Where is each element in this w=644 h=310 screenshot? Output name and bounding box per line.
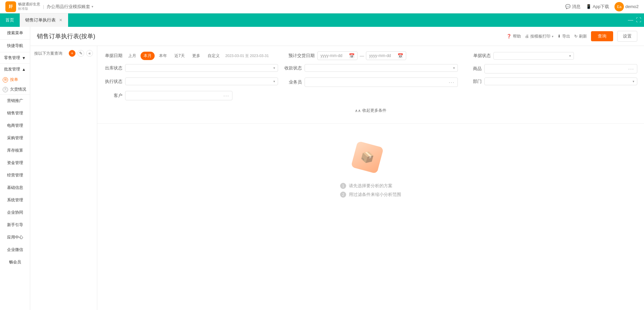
- empty-steps: 1 请先选择要分析的方案 2 用过滤条件来缩小分析范围: [340, 183, 401, 198]
- salesman-more-icon: ···: [449, 80, 455, 85]
- add-scheme-btn[interactable]: +: [69, 50, 75, 57]
- sidebar-item-marketing[interactable]: 营销推广: [0, 95, 30, 107]
- dept-field: 部门 ▾: [463, 78, 637, 85]
- sidebar-quick-nav[interactable]: 快捷导航: [0, 40, 30, 52]
- messages-btn[interactable]: 💬 消息: [565, 4, 581, 10]
- dept-select[interactable]: ▾: [484, 78, 637, 85]
- expected-date-start-input[interactable]: yyyy-mm-dd 📅: [317, 51, 358, 60]
- expected-date-end-input[interactable]: yyyy-mm-dd 📅: [366, 51, 406, 60]
- collect-status-select[interactable]: ▾: [305, 64, 458, 72]
- customer-input[interactable]: ···: [125, 91, 232, 100]
- sidebar: 搜索菜单 快捷导航 零售管理 ▼ 批发管理 ▲ 按 按单 欠 欠货情况: [0, 27, 30, 310]
- sidebar-item-basic[interactable]: 基础信息: [0, 182, 30, 194]
- minimize-icon[interactable]: —: [628, 17, 633, 23]
- filter-panel: 按以下方案查询 + ✎ « 单据日期 上月 本月: [30, 46, 644, 310]
- sidebar-search-section[interactable]: 搜索菜单: [0, 27, 30, 40]
- logo-icon: 好: [5, 1, 16, 12]
- dept-label: 部门: [463, 79, 482, 85]
- order-status-chevron-icon: ▾: [569, 54, 571, 58]
- sidebar-item-wholesale[interactable]: 批发管理 ▲: [0, 64, 30, 75]
- top-bar: 好 畅捷通好生意 标准版 | 办公用品行业模拟账套 ▾ 💬 消息 📱 App下载…: [0, 0, 644, 13]
- separator: |: [43, 4, 44, 9]
- collect-status-label: 收款状态: [283, 65, 302, 71]
- filter-left-actions: + ✎ «: [69, 50, 93, 57]
- query-button[interactable]: 查询: [591, 31, 613, 41]
- filter-main: 单据日期 上月 本月 本年 近7天 更多 自定义 2023-03-01 至 20…: [97, 46, 644, 310]
- sidebar-item-operation[interactable]: 经营管理: [0, 169, 30, 182]
- logo-text: 畅捷通好生意: [18, 2, 40, 6]
- salesman-input[interactable]: ···: [305, 78, 458, 87]
- filter-conditions: 单据日期 上月 本月 本年 近7天 更多 自定义 2023-03-01 至 20…: [97, 46, 644, 124]
- empty-icon-box: 📦: [351, 141, 384, 174]
- date-dash: —: [360, 53, 364, 58]
- app-download-btn[interactable]: 📱 App下载: [586, 4, 609, 10]
- edit-scheme-btn[interactable]: ✎: [77, 50, 84, 57]
- collapse-scheme-btn[interactable]: «: [86, 50, 93, 57]
- salesman-field: 业务员 ···: [283, 78, 458, 87]
- export-btn[interactable]: ⬇ 导出: [557, 34, 570, 39]
- date-btn-this-year[interactable]: 本年: [156, 52, 170, 60]
- calendar-start-icon: 📅: [349, 53, 355, 58]
- sidebar-item-system[interactable]: 系统管理: [0, 194, 30, 206]
- expected-date-inputs: yyyy-mm-dd 📅 — yyyy-mm-dd 📅: [317, 51, 406, 60]
- top-bar-right: 💬 消息 📱 App下载 Ea demo2: [565, 2, 639, 11]
- date-btn-last-month[interactable]: 上月: [125, 52, 139, 60]
- setting-button[interactable]: 设置: [617, 31, 637, 42]
- sidebar-item-newbie[interactable]: 新手引导: [0, 219, 30, 231]
- sidebar-section-retail: 零售管理 ▼: [0, 52, 30, 64]
- sidebar-item-apps[interactable]: 应用中心: [0, 231, 30, 244]
- page-actions: ❓ 帮助 🖨 按模板打印 ▾ ⬇ 导出 ↻ 刷新: [506, 31, 637, 42]
- sidebar-sub-item-qiankuan[interactable]: 欠 欠货情况: [0, 85, 30, 94]
- top-title: 办公用品行业模拟账套 ▾: [47, 4, 93, 10]
- sidebar-item-finance[interactable]: 资金管理: [0, 157, 30, 169]
- sidebar-item-purchase[interactable]: 采购管理: [0, 132, 30, 144]
- goods-field: 商品 ···: [463, 64, 637, 73]
- date-btn-more[interactable]: 更多: [189, 52, 203, 60]
- sidebar-sub-item-anpai[interactable]: 按 按单: [0, 75, 30, 85]
- date-btn-7days[interactable]: 近7天: [171, 52, 188, 60]
- exec-status-select[interactable]: ▾: [125, 78, 278, 85]
- sidebar-item-ecommerce[interactable]: 电商管理: [0, 119, 30, 132]
- date-label: 单据日期: [104, 53, 122, 59]
- qiankuan-icon: 欠: [3, 87, 8, 92]
- refresh-btn[interactable]: ↻ 刷新: [574, 34, 587, 39]
- user-menu[interactable]: Ea demo2: [614, 2, 639, 11]
- out-status-select[interactable]: ▾: [125, 64, 278, 72]
- help-btn[interactable]: ❓ 帮助: [506, 34, 521, 39]
- chevron-down-icon[interactable]: ▾: [92, 5, 93, 8]
- collapse-more-btn[interactable]: ∧∧ 收起更多条件: [104, 105, 637, 116]
- filter-row-2: 出库状态 ▾ 收款状态 ▾: [104, 64, 637, 73]
- sidebar-quick-nav-label[interactable]: 快捷导航: [0, 42, 30, 50]
- sidebar-item-inventory[interactable]: 库存核算: [0, 144, 30, 157]
- print-icon: 🖨: [525, 34, 529, 39]
- tab-sales-exec[interactable]: 销售订单执行表 ✕: [20, 13, 68, 27]
- logo-sub: 标准版: [18, 6, 40, 11]
- tab-home[interactable]: 首页: [0, 13, 20, 27]
- date-btn-custom[interactable]: 自定义: [205, 52, 223, 60]
- page-title-row: 销售订单执行表(按单) ❓ 帮助 🖨 按模板打印 ▾ ⬇ 导出: [37, 31, 637, 42]
- sidebar-item-wechat[interactable]: 企业微信: [0, 244, 30, 256]
- dept-chevron-icon: ▾: [633, 80, 634, 83]
- page-title: 销售订单执行表(按单): [37, 32, 95, 40]
- sidebar-item-sales[interactable]: 销售管理: [0, 107, 30, 119]
- sidebar-item-retail[interactable]: 零售管理 ▼: [0, 52, 30, 63]
- maximize-icon[interactable]: ⛶: [636, 17, 641, 23]
- main-layout: 搜索菜单 快捷导航 零售管理 ▼ 批发管理 ▲ 按 按单 欠 欠货情况: [0, 27, 644, 310]
- top-bar-left: 好 畅捷通好生意 标准版 | 办公用品行业模拟账套 ▾: [5, 1, 93, 12]
- logo-area: 好 畅捷通好生意 标准版: [5, 1, 40, 12]
- sidebar-item-member[interactable]: 畅会员: [0, 256, 30, 268]
- print-btn[interactable]: 🖨 按模板打印 ▾: [525, 34, 553, 39]
- goods-input[interactable]: ···: [484, 64, 637, 73]
- sidebar-item-corp[interactable]: 企业协同: [0, 206, 30, 219]
- empty-state-icon: 📦: [354, 144, 387, 177]
- sidebar-search-label[interactable]: 搜索菜单: [3, 30, 27, 36]
- tab-close-icon[interactable]: ✕: [59, 18, 62, 22]
- help-icon: ❓: [506, 34, 512, 39]
- sidebar-section-wholesale: 批发管理 ▲ 按 按单 欠 欠货情况: [0, 64, 30, 95]
- date-options-group: 上月 本月 本年 近7天 更多 自定义: [125, 52, 223, 60]
- content-area: 销售订单执行表(按单) ❓ 帮助 🖨 按模板打印 ▾ ⬇ 导出: [30, 27, 644, 310]
- out-status-label: 出库状态: [104, 65, 122, 71]
- empty-state: 📦 1 请先选择要分析的方案 2 用过滤条件来缩小分析范围: [97, 124, 644, 218]
- date-btn-this-month[interactable]: 本月: [141, 52, 155, 60]
- order-status-select[interactable]: ▾: [493, 52, 574, 60]
